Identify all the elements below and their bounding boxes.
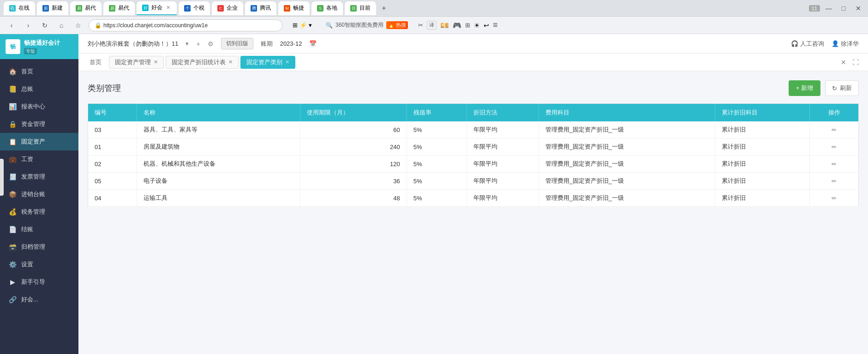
cell-code-5: 04 <box>88 190 137 207</box>
content-close-button[interactable]: ✕ <box>838 57 849 67</box>
tab-icon-gedi: S <box>317 5 323 12</box>
scissors-icon[interactable]: ✂ <box>418 22 423 29</box>
grid-icon[interactable]: ⊞ <box>465 22 470 29</box>
reload-button[interactable]: ↻ <box>39 19 51 31</box>
browser-tab-geshui[interactable]: 个 个税 <box>179 1 210 15</box>
page-title-area: 类别管理 + 新增 ↻ 刷新 <box>88 80 859 96</box>
cell-code-4: 05 <box>88 173 137 190</box>
browser-tab-qiye[interactable]: C 企业 <box>212 1 243 15</box>
url-bar[interactable]: 🔒 https://cloud.chanjet.com/accounting/u… <box>89 19 282 31</box>
user-profile-button[interactable]: 👤 徐泽华 <box>832 40 859 48</box>
sidebar-item-more[interactable]: 🔗 好会... <box>0 291 78 308</box>
bookmark-button[interactable]: ☆ <box>72 19 84 31</box>
cell-accum-1: 累计折旧 <box>715 121 810 138</box>
tab-label-online: 在线 <box>18 4 30 12</box>
translate-icon[interactable]: 译 <box>427 21 437 30</box>
cell-residual-2: 5% <box>407 138 467 156</box>
sidebar-item-salary[interactable]: 💼 工资 <box>0 150 78 168</box>
sidebar-label-invoice: 发票管理 <box>21 173 45 181</box>
tab-label-tengxun: 腾讯 <box>260 4 271 12</box>
breadcrumb-tab-depreciation[interactable]: 固定资产折旧统计表 ✕ <box>166 56 239 69</box>
breadcrumb-close-depreciation[interactable]: ✕ <box>228 59 233 65</box>
window-min-button[interactable]: — <box>823 2 835 14</box>
forward-button[interactable]: › <box>22 19 34 31</box>
undo-icon: ↩ <box>484 22 489 29</box>
sidebar-item-tax[interactable]: 💰 税务管理 <box>0 203 78 221</box>
browser-tab-gedi[interactable]: S 各地 <box>311 1 343 15</box>
content-maximize-button[interactable]: ⛶ <box>850 57 861 67</box>
browser-tab-muqian[interactable]: 目 目前 <box>345 1 376 15</box>
browser-tab-yidai1[interactable]: 易 易代 <box>70 1 102 15</box>
browser-tab-changjie[interactable]: M 畅捷 <box>278 1 310 15</box>
title-actions: + 新增 ↻ 刷新 <box>789 80 859 96</box>
tab-close-haohui[interactable]: ✕ <box>165 4 171 11</box>
add-account-btn[interactable]: + <box>196 40 200 48</box>
breadcrumb-close-assets-mgmt[interactable]: ✕ <box>154 59 158 65</box>
headset-icon: 🎧 <box>791 40 798 47</box>
edit-button-3[interactable]: ✏ <box>832 161 837 168</box>
sidebar-item-reports[interactable]: 📊 报表中心 <box>0 98 78 115</box>
sidebar-label-inventory: 进销台账 <box>21 190 45 198</box>
col-header-residual: 残值率 <box>407 104 467 122</box>
cell-period-1: 60 <box>300 121 407 138</box>
breadcrumb-tab-category[interactable]: 固定资产类别 ✕ <box>240 56 295 69</box>
invoice-icon: 🧾 <box>8 173 17 181</box>
sidebar-item-funds[interactable]: 🔒 资金管理 <box>0 115 78 133</box>
menu-icon[interactable]: ≡ <box>493 20 498 30</box>
col-header-period: 使用期限（月） <box>300 104 407 122</box>
sidebar-item-assets[interactable]: 📋 固定资产 <box>0 133 78 150</box>
table-row: 02 机器、机械和其他生产设备 120 5% 年限平均 管理费用_固定资产折旧_… <box>88 156 859 173</box>
tab-label-new: 新建 <box>52 4 63 12</box>
sidebar-item-closing[interactable]: 📄 结账 <box>0 221 78 238</box>
search-label: 360智能抠图免费用 <box>335 21 383 29</box>
cell-cost-1: 管理费用_固定资产折旧_一级 <box>539 121 715 138</box>
window-max-button[interactable]: □ <box>838 2 850 14</box>
sidebar-item-archive[interactable]: 🗃️ 归档管理 <box>0 238 78 256</box>
breadcrumb-close-category[interactable]: ✕ <box>285 59 289 65</box>
breadcrumb-tab-assets-mgmt[interactable]: 固定资产管理 ✕ <box>109 56 164 69</box>
sidebar-item-invoice[interactable]: 🧾 发票管理 <box>0 168 78 186</box>
col-header-action: 操作 <box>810 104 859 122</box>
tab-label-changjie: 畅捷 <box>293 4 304 12</box>
breadcrumb-home[interactable]: 首页 <box>86 56 105 68</box>
data-table: 编号 名称 使用期限（月） 残值率 折旧方法 费用科目 累计折旧科目 操作 03 <box>88 103 859 207</box>
cell-period-2: 240 <box>300 138 407 156</box>
new-tab-button[interactable]: + <box>378 2 390 14</box>
scroll-indicator <box>0 159 4 196</box>
sidebar-item-settings[interactable]: ⚙️ 设置 <box>0 256 78 273</box>
browser-tab-yidai2[interactable]: 易 易代 <box>103 1 135 15</box>
logo-title: 畅捷通好会计 <box>24 39 60 47</box>
tab-label-muqian: 目前 <box>359 4 371 12</box>
tab-icon-haohui: 好 <box>142 5 149 11</box>
browser-tab-new[interactable]: 新 新建 <box>37 1 68 15</box>
back-button[interactable]: ‹ <box>6 19 18 31</box>
window-close-button[interactable]: ✕ <box>852 2 864 14</box>
edit-button-2[interactable]: ✏ <box>832 144 837 150</box>
service-button[interactable]: 🎧 人工咨询 <box>791 40 824 48</box>
sidebar-item-home[interactable]: 🏠 首页 <box>0 63 78 80</box>
cell-name-5: 运输工具 <box>137 190 300 207</box>
game-icon: 🎮 <box>453 21 461 30</box>
cell-residual-3: 5% <box>407 156 467 173</box>
home-button[interactable]: ⌂ <box>55 19 67 31</box>
settings-btn-topbar[interactable]: ⚙ <box>208 40 214 48</box>
edit-button-4[interactable]: ✏ <box>832 178 837 185</box>
switch-version-button[interactable]: 切到旧版 <box>221 38 253 49</box>
period-label: 账期 <box>261 40 273 48</box>
sidebar-label-ledger: 总账 <box>21 85 33 93</box>
refresh-button[interactable]: ↻ 刷新 <box>825 80 859 96</box>
url-text: https://cloud.chanjet.com/accounting/uw1… <box>103 22 208 29</box>
sidebar-item-ledger[interactable]: 📒 总账 <box>0 80 78 98</box>
browser-tab-online[interactable]: 在 在线 <box>4 1 35 15</box>
sidebar-item-inventory[interactable]: 📦 进销台账 <box>0 186 78 203</box>
cell-cost-2: 管理费用_固定资产折旧_一级 <box>539 138 715 156</box>
edit-button-5[interactable]: ✏ <box>832 195 837 202</box>
sidebar-item-guide[interactable]: ▶ 新手引导 <box>0 273 78 291</box>
dropdown-arrow[interactable]: ▾ <box>186 40 189 47</box>
calendar-icon[interactable]: 📅 <box>309 40 317 47</box>
col-header-name: 名称 <box>137 104 300 122</box>
browser-tab-active[interactable]: 好 好会 ✕ <box>137 1 177 15</box>
edit-button-1[interactable]: ✏ <box>832 126 837 133</box>
add-button[interactable]: + 新增 <box>789 80 820 96</box>
browser-tab-tengxun[interactable]: 腾 腾讯 <box>245 1 276 15</box>
